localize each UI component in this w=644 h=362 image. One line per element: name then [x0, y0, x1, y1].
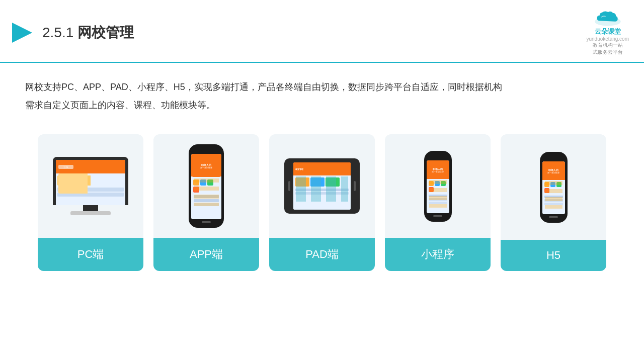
card-pc: 云朵 PC端	[38, 134, 143, 271]
card-app-label: APP端	[153, 238, 259, 271]
card-miniprogram-image: 职场人的 第一堂训练课	[385, 134, 491, 238]
pc-mockup: 云朵	[53, 157, 128, 215]
card-h5: 职场人的 第一堂训练课	[501, 134, 606, 271]
card-pad-label: PAD端	[269, 238, 375, 271]
svg-marker-0	[12, 23, 32, 43]
logo-tagline: 教育机构一站 式服务云平台	[593, 42, 623, 56]
header: 2.5.1 网校管理 云朵课堂 yunduoketang.com 教育机构一站 …	[0, 0, 644, 63]
cards-section: 云朵 PC端	[0, 119, 644, 281]
logo-area: 云朵课堂 yunduoketang.com 教育机构一站 式服务云平台	[586, 9, 629, 56]
card-pc-image: 云朵	[38, 134, 143, 238]
desc-line2: 需求自定义页面上的内容、课程、功能模块等。	[25, 96, 619, 114]
card-miniprogram-label: 小程序	[385, 238, 491, 271]
header-left: 2.5.1 网校管理	[10, 21, 134, 45]
description: 网校支持PC、APP、PAD、小程序、H5，实现多端打通，产品各终端自由切换，数…	[0, 63, 644, 119]
card-pad: 课堂管理	[269, 134, 375, 271]
logo-icon	[593, 9, 623, 27]
card-app-image: 职场人的 第一堂训练课	[153, 134, 259, 238]
card-app: 职场人的 第一堂训练课	[153, 134, 259, 271]
play-icon	[10, 21, 34, 45]
card-miniprogram: 职场人的 第一堂训练课	[385, 134, 491, 271]
desc-line1: 网校支持PC、APP、PAD、小程序、H5，实现多端打通，产品各终端自由切换，数…	[25, 78, 619, 96]
card-pc-label: PC端	[38, 238, 143, 271]
logo-url: yunduoketang.com	[586, 36, 629, 42]
page-title: 2.5.1 网校管理	[42, 23, 134, 42]
app-phone-mockup: 职场人的 第一堂训练课	[189, 144, 224, 228]
card-h5-label: H5	[501, 240, 606, 271]
card-h5-image: 职场人的 第一堂训练课	[501, 134, 606, 240]
pad-tablet-mockup: 课堂管理	[284, 158, 360, 214]
card-pad-image: 课堂管理	[269, 134, 375, 238]
logo-name: 云朵课堂	[595, 27, 621, 36]
h5-phone-mockup: 职场人的 第一堂训练课	[540, 152, 568, 223]
miniprogram-phone-mockup: 职场人的 第一堂训练课	[424, 151, 452, 222]
